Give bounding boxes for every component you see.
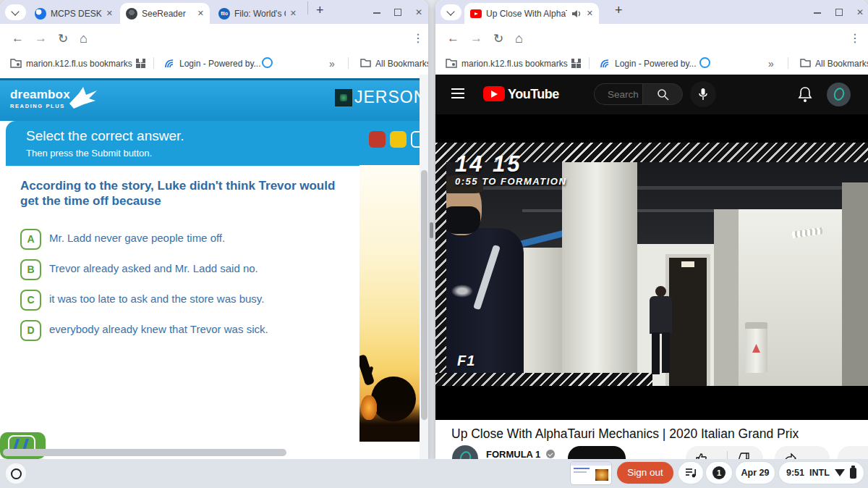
media-controls-pill[interactable]: [678, 462, 703, 484]
video-frame[interactable]: 14 15 0:55 TO FORMATION F1: [435, 143, 868, 386]
instruction-title: Select the correct answer.: [26, 128, 184, 144]
bookmark-managed[interactable]: marion.k12.fl.us bookmarks: [26, 59, 132, 69]
blue-bookmark-icon[interactable]: [699, 57, 710, 68]
tab-filo[interactable]: filo Filo: World's On ✕: [213, 3, 302, 24]
home-icon[interactable]: ⌂: [515, 31, 523, 46]
close-button[interactable]: ✕: [413, 7, 425, 18]
chromeos-shelf: Sign out 1 Apr 29 9:51 INTL: [0, 459, 868, 488]
option-letter[interactable]: D: [20, 320, 41, 341]
instruction-panel: Select the correct answer. Then press th…: [6, 121, 428, 166]
maximize-button[interactable]: [833, 7, 845, 18]
youtube-logo-icon[interactable]: [483, 86, 505, 101]
tab-close-icon[interactable]: ✕: [106, 9, 113, 18]
bookmark-login[interactable]: Login - Powered by...: [615, 59, 697, 69]
mcps-favicon: [35, 8, 46, 20]
new-tab-button[interactable]: +: [615, 3, 623, 18]
right-bookmarks-bar: marion.k12.fl.us bookmarks Login - Power…: [435, 52, 868, 75]
option-text[interactable]: Trevor already asked and Mr. Ladd said n…: [49, 258, 258, 279]
bookmark-all[interactable]: All Bookmarks: [375, 59, 428, 69]
back-icon[interactable]: ←: [447, 31, 459, 46]
minimize-button[interactable]: [812, 7, 823, 18]
horizontal-scrollbar-thumb[interactable]: [3, 449, 286, 456]
video-stage[interactable]: 14 15 0:55 TO FORMATION F1: [435, 114, 868, 420]
right-toolbar: ← → ↻ ⌂ youtube.co... Open in app ☆ ⋮: [435, 24, 868, 52]
thumbs-down-icon[interactable]: [738, 453, 749, 459]
red-square-button[interactable]: [369, 131, 386, 148]
forward-icon[interactable]: →: [470, 31, 482, 46]
youtube-logo-text[interactable]: YouTube: [508, 87, 559, 102]
bookmarks-overflow-icon[interactable]: »: [768, 58, 774, 70]
blue-bookmark-icon[interactable]: [262, 57, 273, 68]
apps-grid-icon[interactable]: [136, 59, 145, 68]
maximize-button[interactable]: [392, 7, 404, 18]
new-tab-button[interactable]: +: [316, 3, 324, 18]
close-button[interactable]: ✕: [854, 7, 866, 18]
sign-out-button[interactable]: Sign out: [617, 462, 673, 484]
share-pill[interactable]: [775, 446, 830, 459]
reload-icon[interactable]: ↻: [58, 31, 68, 46]
mechanic1-mask: [443, 206, 480, 234]
back-icon[interactable]: ←: [12, 31, 24, 46]
minimize-button[interactable]: [371, 7, 383, 18]
notification-counter-pill[interactable]: 1: [706, 462, 732, 484]
split-divider-handle[interactable]: [430, 222, 433, 238]
youtube-favicon: [470, 8, 482, 20]
user-avatar[interactable]: [335, 89, 352, 106]
audio-playing-icon[interactable]: [571, 9, 581, 18]
tab-mcps-desktop[interactable]: MCPS DESKTOP ✕: [29, 3, 119, 24]
kebab-menu-icon[interactable]: ⋮: [412, 31, 424, 45]
tab-close-icon[interactable]: ✕: [587, 9, 593, 18]
option-text[interactable]: everybody already knew that Trevor was s…: [49, 319, 268, 340]
hamburger-menu-icon[interactable]: [451, 88, 464, 98]
tab-close-icon[interactable]: ✕: [197, 9, 204, 18]
channel-avatar[interactable]: [452, 445, 478, 459]
launcher-button[interactable]: [6, 463, 26, 484]
subscribe-button[interactable]: [568, 446, 626, 459]
tab-close-icon[interactable]: ✕: [290, 9, 297, 18]
mechanic2-leg: [652, 332, 660, 374]
kebab-menu-icon[interactable]: ⋮: [849, 31, 861, 45]
yellow-square-button[interactable]: [390, 131, 407, 148]
channel-name[interactable]: FORMULA 1: [486, 449, 540, 459]
account-avatar[interactable]: [827, 83, 851, 106]
apps-grid-icon[interactable]: [571, 59, 581, 68]
bookmark-managed[interactable]: marion.k12.fl.us bookmarks: [461, 59, 568, 69]
left-bookmarks-bar: marion.k12.fl.us bookmarks Login - Power…: [0, 52, 428, 75]
bookmarks-overflow-icon[interactable]: »: [329, 58, 335, 70]
fire-glow: [361, 395, 377, 420]
tab-search-button[interactable]: [5, 4, 26, 20]
thumbs-up-icon[interactable]: [696, 453, 707, 459]
date-pill[interactable]: Apr 29: [736, 462, 775, 484]
notifications-bell-icon[interactable]: [797, 86, 813, 104]
window-preview-thumbnail[interactable]: [570, 461, 612, 485]
vertical-scrollbar[interactable]: [420, 75, 428, 459]
voice-search-button[interactable]: [690, 81, 716, 107]
option-letter[interactable]: A: [20, 229, 41, 250]
status-tray[interactable]: 9:51 INTL: [779, 462, 864, 484]
tab-label: MCPS DESKTOP: [51, 9, 102, 19]
more-actions-pill[interactable]: [838, 446, 868, 459]
all-bookmarks-folder-icon: [360, 58, 371, 67]
bookmark-all[interactable]: All Bookmarks: [815, 59, 868, 69]
option-letter[interactable]: B: [20, 259, 41, 280]
reload-icon[interactable]: ↻: [493, 31, 503, 46]
option-text[interactable]: it was too late to ask and the store was…: [49, 288, 264, 310]
bookmark-login[interactable]: Login - Powered by...: [179, 59, 261, 69]
trash-bin: [745, 322, 767, 373]
bookmarks-divider: [589, 57, 590, 69]
search-field[interactable]: [606, 88, 641, 101]
search-input[interactable]: [594, 83, 642, 105]
option-text[interactable]: Mr. Ladd never gave people time off.: [49, 227, 225, 249]
tab-seereader[interactable]: SeeReader ✕: [120, 3, 210, 24]
search-button[interactable]: [642, 83, 683, 105]
tab-search-button[interactable]: [441, 4, 461, 20]
home-icon[interactable]: ⌂: [80, 31, 88, 46]
vertical-scrollbar-thumb[interactable]: [421, 170, 427, 420]
forward-icon[interactable]: →: [35, 31, 47, 46]
left-tabstrip: MCPS DESKTOP ✕ SeeReader ✕ filo Filo: Wo…: [0, 0, 428, 24]
center-column: [562, 143, 637, 386]
option-letter[interactable]: C: [20, 290, 41, 311]
tab-youtube[interactable]: Up Close With AlphaTauri M ✕: [464, 3, 599, 24]
like-dislike-pill[interactable]: [686, 446, 763, 459]
keyboard-layout-label: INTL: [809, 468, 830, 478]
